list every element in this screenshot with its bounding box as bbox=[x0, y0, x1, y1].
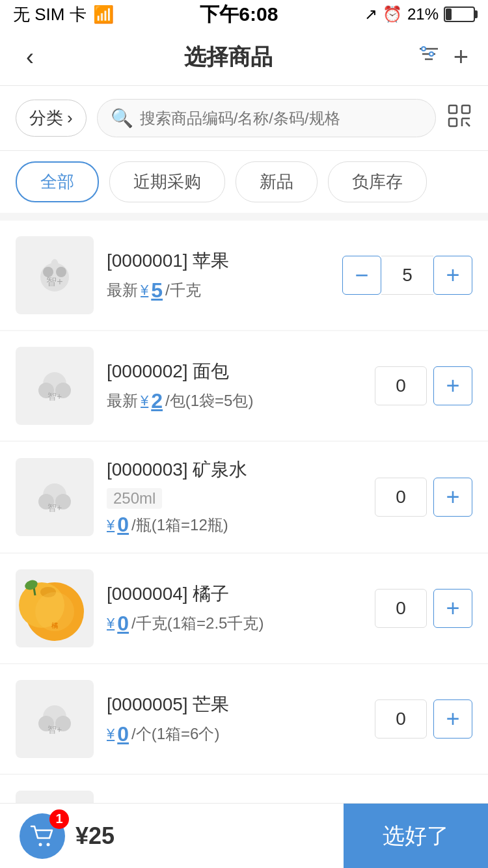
increase-button[interactable]: + bbox=[433, 366, 472, 405]
svg-rect-6 bbox=[462, 105, 470, 113]
product-price: 最新 ¥ 5 /千克 bbox=[107, 278, 329, 303]
svg-rect-7 bbox=[449, 118, 457, 126]
product-info: [0000002] 面包 最新 ¥ 2 /包(1袋=5包) bbox=[107, 359, 362, 413]
svg-text:智+: 智+ bbox=[46, 276, 62, 287]
nav-actions: + bbox=[417, 42, 468, 72]
svg-text:智+: 智+ bbox=[47, 724, 62, 735]
product-price: ¥ 0 /千克(1箱=2.5千克) bbox=[107, 612, 362, 636]
price-currency: ¥ bbox=[107, 726, 115, 742]
status-right: ↗ ⏰ 21% bbox=[364, 5, 475, 23]
product-image: 智+ bbox=[16, 236, 94, 314]
svg-point-40 bbox=[47, 843, 50, 846]
price-value: 0 bbox=[117, 513, 129, 537]
product-name: [0000004] 橘子 bbox=[107, 582, 362, 606]
quantity-input[interactable] bbox=[375, 589, 427, 628]
price-unit: /千克 bbox=[165, 280, 201, 301]
price-unit: /千克(1箱=2.5千克) bbox=[131, 613, 264, 634]
search-input[interactable] bbox=[140, 109, 422, 128]
product-image: 智+ bbox=[16, 680, 94, 758]
toolbar: 分类 › 🔍 bbox=[0, 86, 488, 151]
product-price: ¥ 0 /个(1箱=6个) bbox=[107, 722, 362, 746]
quantity-input[interactable] bbox=[381, 256, 433, 295]
tab-all[interactable]: 全部 bbox=[16, 161, 99, 202]
cart-area: 1 ¥25 bbox=[0, 813, 344, 859]
product-name: [0000002] 面包 bbox=[107, 359, 362, 384]
product-name: [0000005] 芒果 bbox=[107, 692, 362, 717]
quantity-control: − + bbox=[342, 256, 472, 295]
tab-negative-stock[interactable]: 负库存 bbox=[328, 161, 427, 202]
price-unit: /包(1袋=5包) bbox=[165, 390, 253, 411]
svg-rect-5 bbox=[449, 105, 457, 113]
price-value: 2 bbox=[151, 389, 163, 413]
increase-button[interactable]: + bbox=[433, 478, 472, 517]
cart-button[interactable]: 1 bbox=[20, 813, 65, 859]
back-button[interactable]: ‹ bbox=[20, 37, 40, 77]
price-unit: /瓶(1箱=12瓶) bbox=[131, 515, 228, 536]
cart-total: ¥25 bbox=[75, 822, 115, 850]
price-value: 0 bbox=[117, 612, 129, 636]
svg-text:智+: 智+ bbox=[47, 502, 62, 513]
tab-recent[interactable]: 近期采购 bbox=[109, 161, 225, 202]
product-list: 智+ [0000001] 苹果 最新 ¥ 5 /千克 − + bbox=[0, 221, 488, 868]
quantity-control: + bbox=[375, 699, 472, 739]
location-icon: ↗ bbox=[364, 5, 377, 23]
quantity-input[interactable] bbox=[375, 699, 427, 739]
product-info: [0000004] 橘子 ¥ 0 /千克(1箱=2.5千克) bbox=[107, 582, 362, 636]
increase-button[interactable]: + bbox=[433, 589, 472, 628]
price-currency: ¥ bbox=[141, 282, 148, 299]
product-info: [0000003] 矿泉水 250ml ¥ 0 /瓶(1箱=12瓶) bbox=[107, 457, 362, 537]
status-bar: 无 SIM 卡 📶 下午6:08 ↗ ⏰ 21% bbox=[0, 0, 488, 29]
filter-tabs: 全部 近期采购 新品 负库存 bbox=[0, 151, 488, 213]
increase-button[interactable]: + bbox=[433, 256, 472, 295]
tab-new[interactable]: 新品 bbox=[236, 161, 318, 202]
product-image: 智+ bbox=[16, 347, 94, 425]
battery-icon bbox=[444, 7, 475, 22]
quantity-control: + bbox=[375, 478, 472, 517]
svg-text:橘: 橘 bbox=[51, 622, 58, 629]
quantity-input[interactable] bbox=[375, 366, 427, 405]
product-name: [0000003] 矿泉水 bbox=[107, 457, 362, 482]
increase-button[interactable]: + bbox=[433, 699, 472, 739]
wifi-icon: 📶 bbox=[93, 5, 114, 25]
page-title: 选择商品 bbox=[184, 42, 273, 72]
svg-line-28 bbox=[34, 588, 35, 595]
product-name: [0000001] 苹果 bbox=[107, 249, 329, 273]
bottom-bar: 1 ¥25 选好了 bbox=[0, 803, 488, 868]
category-label: 分类 bbox=[29, 107, 63, 129]
svg-point-3 bbox=[422, 47, 426, 51]
product-spec: 250ml bbox=[107, 488, 162, 509]
add-button[interactable]: + bbox=[454, 42, 468, 72]
svg-point-4 bbox=[429, 52, 433, 56]
quantity-input[interactable] bbox=[375, 478, 427, 517]
price-currency: ¥ bbox=[107, 517, 115, 534]
search-box[interactable]: 🔍 bbox=[97, 99, 436, 137]
quantity-control: + bbox=[375, 589, 472, 628]
scan-icon[interactable] bbox=[446, 103, 472, 133]
price-label: 最新 bbox=[107, 280, 138, 301]
category-chevron: › bbox=[67, 108, 73, 128]
cart-badge: 1 bbox=[49, 809, 69, 829]
sim-label: 无 SIM 卡 bbox=[13, 3, 87, 26]
status-time: 下午6:08 bbox=[200, 1, 278, 28]
table-row: 橘 [0000004] 橘子 ¥ 0 /千克(1箱=2.5千克) + bbox=[0, 554, 488, 663]
svg-line-10 bbox=[466, 122, 470, 126]
alarm-icon: ⏰ bbox=[383, 5, 402, 23]
category-button[interactable]: 分类 › bbox=[16, 100, 87, 137]
search-icon: 🔍 bbox=[111, 107, 133, 129]
price-currency: ¥ bbox=[141, 392, 148, 409]
svg-text:智+: 智+ bbox=[47, 391, 62, 401]
decrease-button[interactable]: − bbox=[342, 256, 381, 295]
svg-point-39 bbox=[39, 843, 42, 846]
confirm-button[interactable]: 选好了 bbox=[344, 804, 488, 868]
product-info: [0000005] 芒果 ¥ 0 /个(1箱=6个) bbox=[107, 692, 362, 746]
status-left: 无 SIM 卡 📶 bbox=[13, 3, 114, 26]
product-price: ¥ 0 /瓶(1箱=12瓶) bbox=[107, 513, 362, 537]
filter-icon[interactable] bbox=[417, 42, 441, 72]
table-row: 智+ [0000005] 芒果 ¥ 0 /个(1箱=6个) + bbox=[0, 664, 488, 774]
product-image: 智+ bbox=[16, 458, 94, 536]
table-row: 智+ [0000003] 矿泉水 250ml ¥ 0 /瓶(1箱=12瓶) + bbox=[0, 442, 488, 552]
table-row: 智+ [0000001] 苹果 最新 ¥ 5 /千克 − + bbox=[0, 221, 488, 330]
product-image: 橘 bbox=[16, 569, 94, 647]
price-unit: /个(1箱=6个) bbox=[131, 724, 219, 744]
quantity-control: + bbox=[375, 366, 472, 405]
